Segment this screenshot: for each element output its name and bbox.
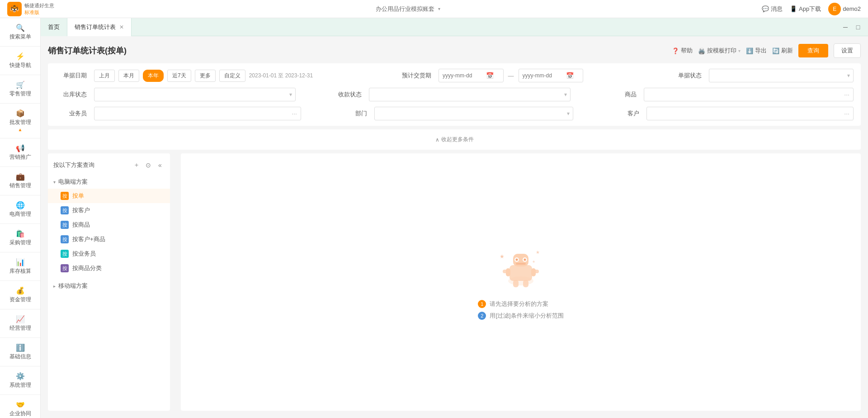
retail-mgmt-icon: 🛒: [4, 81, 37, 89]
scheme-edit-icon[interactable]: ⊙: [144, 161, 153, 170]
svg-point-6: [524, 258, 526, 261]
goods-input[interactable]: ···: [644, 88, 854, 101]
delivery-end-field[interactable]: [523, 72, 563, 79]
sidebar-item-basic-info[interactable]: ℹ️ 基础信息: [0, 338, 40, 366]
scheme-add-icon[interactable]: ＋: [132, 161, 141, 170]
print-icon: 🖨️: [698, 48, 705, 54]
filter-and-content: 销售订单统计表(按单) ❓ 帮助 🖨️ 按模板打印 ▾ ⬇️ 导出: [41, 36, 868, 418]
scheme-item-by-goods-category[interactable]: 按 按商品分类: [48, 261, 170, 276]
tab-home[interactable]: 首页: [41, 18, 67, 36]
filter-row-status: 出库状态 ▾ 收款状态 ▾: [55, 88, 854, 101]
customer-field[interactable]: [651, 110, 844, 117]
app-download-btn[interactable]: 📱 App下载: [790, 5, 821, 13]
scheme-group-mobile-title[interactable]: ▸ 移动端方案: [48, 279, 170, 293]
sidebar-item-sales-mgmt[interactable]: 💼 销售管理: [0, 167, 40, 195]
scheme-item-by-goods[interactable]: 按 按商品: [48, 218, 170, 232]
goods-field[interactable]: [648, 91, 844, 98]
tab-bar-actions: ─ □: [841, 23, 868, 32]
date-btn-last-7days[interactable]: 近7天: [167, 70, 191, 82]
operation-mgmt-icon: 📈: [4, 315, 37, 323]
date-btn-last-month[interactable]: 上月: [94, 70, 115, 82]
scheme-item-by-customer-label: 按客户: [72, 206, 90, 214]
scheme-group-mobile-label: 移动端方案: [58, 282, 88, 290]
sidebar-item-quick-nav[interactable]: ⚡ 快捷导航: [0, 47, 40, 75]
scheme-group-pc-title[interactable]: ▾ 电脑端方案: [48, 175, 170, 189]
sidebar-item-marketing[interactable]: 📢 营销推广: [0, 138, 40, 167]
svg-text:★: ★: [500, 253, 505, 260]
sidebar-item-retail-mgmt[interactable]: 🛒 零售管理: [0, 75, 40, 104]
sidebar-item-inventory-calc[interactable]: 📊 库存核算: [0, 252, 40, 281]
goods-more-icon[interactable]: ···: [844, 91, 849, 98]
message-btn[interactable]: 💬 消息: [762, 5, 783, 13]
query-btn[interactable]: 查询: [798, 44, 828, 57]
sidebar-item-system-mgmt[interactable]: ⚙️ 系统管理: [0, 366, 40, 395]
customer-more-icon[interactable]: ···: [844, 110, 849, 117]
collapse-row: ∧ 收起更多条件: [48, 129, 861, 150]
maximize-btn[interactable]: □: [854, 23, 863, 32]
logo-area: 🐯 畅捷通好生意 标准版: [7, 2, 54, 16]
industry-label: 办公用品行业模拟账套: [376, 5, 434, 13]
scheme-group-pc-arrow-icon: ▾: [53, 180, 56, 185]
scheme-group-pc: ▾ 电脑端方案 按 按单 按 按客户 按 按商品: [48, 173, 170, 277]
scheme-item-by-customer-goods[interactable]: 按 按客户+商品: [48, 232, 170, 247]
sidebar-item-finance-mgmt[interactable]: 💰 资金管理: [0, 281, 40, 309]
scheme-item-by-salesman-label: 按业务员: [72, 250, 96, 258]
status-select-wrapper: ▾: [709, 69, 854, 82]
tab-close-icon[interactable]: ✕: [119, 24, 124, 30]
user-avatar-area[interactable]: E demo2: [828, 3, 861, 15]
tab-bar: 首页 销售订单统计表 ✕ ─ □: [41, 18, 868, 36]
salesman-input[interactable]: ···: [94, 107, 301, 120]
customer-input[interactable]: ···: [646, 107, 854, 120]
date-btn-this-year[interactable]: 本年: [143, 70, 164, 82]
sidebar-item-label: 库存核算: [4, 267, 37, 275]
status-select[interactable]: [709, 69, 854, 82]
logo-icon: 🐯: [7, 2, 22, 16]
sidebar-item-wholesale-mgmt[interactable]: 📦 批发管理 ▲: [0, 104, 40, 138]
sidebar-item-ecommerce-mgmt[interactable]: 🌐 电商管理: [0, 195, 40, 224]
sidebar-item-operation-mgmt[interactable]: 📈 经营管理: [0, 309, 40, 338]
sidebar-item-label: 企业协同: [4, 410, 37, 418]
salesman-field[interactable]: [98, 110, 292, 117]
dept-select[interactable]: [374, 107, 573, 120]
message-icon: 💬: [762, 5, 769, 12]
scheme-item-by-goods-category-label: 按商品分类: [72, 264, 102, 272]
ship-status-select[interactable]: [94, 88, 296, 101]
sidebar-item-purchase-mgmt[interactable]: 🛍️ 采购管理: [0, 224, 40, 252]
scheme-item-by-order-icon: 按: [61, 192, 69, 200]
minimize-btn[interactable]: ─: [841, 23, 850, 32]
sidebar-item-search-menu[interactable]: 🔍 搜索菜单: [0, 18, 40, 47]
salesman-more-icon[interactable]: ···: [292, 110, 297, 117]
template-print-btn[interactable]: 🖨️ 按模板打印 ▾: [698, 47, 741, 55]
scheme-item-by-salesman[interactable]: 按 按业务员: [48, 247, 170, 261]
empty-tips: 1 请先选择要分析的方案 2 用[过滤]条件来缩小分析范围: [478, 300, 563, 320]
collapse-btn[interactable]: ∧ 收起更多条件: [433, 133, 476, 146]
sales-mgmt-icon: 💼: [4, 172, 37, 181]
content-main: 按以下方案查询 ＋ ⊙ « ▾ 电脑端方案: [48, 153, 861, 411]
empty-tip-2: 2 用[过滤]条件来缩小分析范围: [478, 312, 563, 320]
delivery-end-input[interactable]: 📅: [519, 69, 583, 82]
pay-status-select[interactable]: [369, 88, 571, 101]
tab-home-label: 首页: [48, 23, 60, 31]
logo-text: 畅捷通好生意 标准版: [24, 2, 54, 15]
delivery-start-field[interactable]: [443, 72, 483, 79]
scheme-collapse-icon[interactable]: «: [156, 161, 165, 170]
sidebar-item-label: 资金管理: [4, 296, 37, 304]
scheme-item-by-goods-category-icon: 按: [61, 264, 69, 272]
help-icon: ❓: [672, 48, 679, 54]
delivery-start-input[interactable]: 📅: [439, 69, 503, 82]
delivery-date-range: 📅 — 📅: [439, 69, 583, 82]
industry-dropdown-icon[interactable]: ▾: [438, 6, 440, 11]
settings-btn[interactable]: 设置: [834, 43, 861, 58]
scheme-item-by-customer[interactable]: 按 按客户: [48, 203, 170, 218]
scheme-item-by-order[interactable]: 按 按单: [48, 189, 170, 203]
top-bar-center: 办公用品行业模拟账套 ▾: [376, 5, 440, 13]
help-btn[interactable]: ❓ 帮助: [672, 47, 693, 55]
refresh-btn[interactable]: 🔄 刷新: [772, 47, 793, 55]
date-btn-custom[interactable]: 自定义: [219, 70, 245, 82]
date-btn-more[interactable]: 更多: [195, 70, 216, 82]
date-btn-this-month[interactable]: 本月: [118, 70, 139, 82]
sidebar-item-enterprise-collab[interactable]: 🤝 企业协同: [0, 395, 40, 418]
scheme-header: 按以下方案查询 ＋ ⊙ «: [48, 157, 170, 173]
tab-sales-order-stats[interactable]: 销售订单统计表 ✕: [67, 18, 132, 36]
export-btn[interactable]: ⬇️ 导出: [746, 47, 767, 55]
